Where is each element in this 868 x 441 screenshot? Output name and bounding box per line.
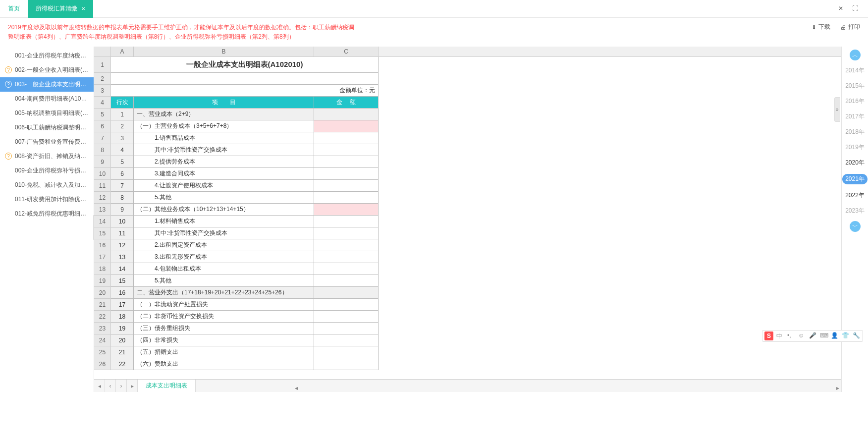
amount-cell[interactable] [314, 227, 379, 239]
row-header[interactable]: 5 [94, 109, 111, 120]
ime-lang-icon[interactable]: 中 [776, 332, 784, 340]
sheet-nav-prev[interactable]: ‹ [105, 380, 116, 392]
sidebar-item-11[interactable]: 012-减免所得税优惠明细表(... [0, 207, 94, 221]
grid-corner[interactable] [94, 47, 111, 56]
row-header[interactable]: 15 [94, 227, 111, 239]
amount-cell[interactable] [314, 192, 379, 204]
print-button[interactable]: 🖨 打印 [840, 23, 860, 31]
amount-cell[interactable] [314, 204, 379, 216]
sidebar-item-6[interactable]: 007-广告费和业务宣传费跨... [0, 135, 94, 149]
row-header[interactable]: 8 [94, 144, 111, 156]
row-header[interactable]: 9 [94, 156, 111, 168]
year-2021年[interactable]: 2021年 [842, 174, 868, 184]
year-2019年[interactable]: 2019年 [845, 143, 865, 152]
amount-cell[interactable] [314, 311, 379, 323]
row-header[interactable]: 25 [94, 346, 111, 358]
amount-cell[interactable] [314, 144, 379, 156]
row-header[interactable]: 13 [94, 204, 111, 216]
ime-skin-icon[interactable]: 👕 [842, 332, 850, 340]
horizontal-scrollbar[interactable]: ◂ ▸ [295, 383, 841, 389]
amount-cell[interactable] [314, 132, 379, 144]
year-2017年[interactable]: 2017年 [845, 112, 865, 121]
ime-keyboard-icon[interactable]: ⌨ [820, 332, 828, 340]
amount-cell[interactable] [314, 263, 379, 275]
row-header[interactable]: 4 [94, 97, 111, 109]
row-header[interactable]: 3 [94, 85, 111, 97]
sidebar-item-7[interactable]: ?008-资产折旧、摊销及纳税... [0, 149, 94, 164]
ime-sogou-icon[interactable]: S [764, 331, 773, 340]
row-header[interactable]: 21 [94, 299, 111, 311]
row-header[interactable]: 19 [94, 275, 111, 287]
year-2018年[interactable]: 2018年 [845, 128, 865, 136]
row-header[interactable]: 10 [94, 168, 111, 180]
row-header[interactable]: 26 [94, 358, 111, 370]
row-header[interactable]: 2 [94, 73, 111, 85]
amount-cell[interactable] [314, 180, 379, 192]
sheet-nav-next[interactable]: › [116, 380, 127, 392]
year-panel-expand-button[interactable]: » [834, 97, 840, 122]
sheet-nav-last[interactable]: ▸ [127, 380, 138, 392]
sidebar-item-2[interactable]: ?003-一般企业成本支出明细... [0, 77, 94, 92]
amount-cell[interactable] [314, 109, 379, 120]
row-header[interactable]: 1 [94, 57, 111, 73]
row-header[interactable]: 14 [94, 216, 111, 227]
amount-cell[interactable] [314, 334, 379, 346]
amount-cell[interactable] [314, 216, 379, 227]
close-icon[interactable]: ✕ [81, 6, 85, 11]
row-header[interactable]: 6 [94, 120, 111, 132]
row-header[interactable]: 20 [94, 287, 111, 299]
row-header[interactable]: 22 [94, 311, 111, 323]
tab-home[interactable]: 首页 [0, 0, 28, 18]
sidebar-item-0[interactable]: 001-企业所得税年度纳税申... [0, 49, 94, 63]
window-close-icon[interactable]: ✕ [838, 5, 846, 13]
sidebar-item-10[interactable]: 011-研发费用加计扣除优惠... [0, 192, 94, 207]
row-header[interactable]: 24 [94, 334, 111, 346]
ime-tool-icon[interactable]: 🔧 [853, 332, 861, 340]
scroll-right-icon[interactable]: ▸ [836, 385, 841, 389]
amount-cell[interactable] [314, 156, 379, 168]
scroll-up-icon[interactable]: ︿ [850, 50, 861, 60]
scroll-down-icon[interactable]: ﹀ [850, 221, 861, 232]
col-header-c[interactable]: C [314, 47, 379, 56]
ime-punct-icon[interactable]: •, [787, 332, 795, 340]
fullscreen-icon[interactable]: ⛶ [852, 5, 860, 13]
year-2014年[interactable]: 2014年 [845, 66, 865, 75]
sidebar-item-8[interactable]: 009-企业所得税弥补亏损明... [0, 164, 94, 178]
ime-emoji-icon[interactable]: ☺ [798, 332, 806, 340]
scroll-left-icon[interactable]: ◂ [295, 385, 300, 389]
ime-voice-icon[interactable]: 🎤 [809, 332, 817, 340]
row-header[interactable]: 12 [94, 192, 111, 204]
row-header[interactable]: 11 [94, 180, 111, 192]
tab-active[interactable]: 所得税汇算清缴 ✕ [28, 0, 93, 18]
amount-cell[interactable] [314, 299, 379, 311]
sheet-nav-first[interactable]: ◂ [94, 380, 105, 392]
year-2015年[interactable]: 2015年 [845, 82, 865, 90]
amount-cell[interactable] [314, 346, 379, 358]
amount-cell[interactable] [314, 239, 379, 251]
row-header[interactable]: 17 [94, 251, 111, 263]
year-2020年[interactable]: 2020年 [845, 159, 865, 167]
year-2022年[interactable]: 2022年 [845, 191, 865, 200]
ime-user-icon[interactable]: 👤 [831, 332, 839, 340]
amount-cell[interactable] [314, 120, 379, 132]
sidebar-item-3[interactable]: 004-期间费用明细表(A1040... [0, 92, 94, 106]
row-header[interactable]: 18 [94, 263, 111, 275]
download-button[interactable]: ⬇ 下载 [812, 23, 830, 31]
year-2016年[interactable]: 2016年 [845, 97, 865, 106]
row-header[interactable]: 16 [94, 239, 111, 251]
amount-cell[interactable] [314, 251, 379, 263]
row-header[interactable]: 23 [94, 323, 111, 334]
col-header-b[interactable]: B [134, 47, 314, 56]
amount-cell[interactable] [314, 323, 379, 334]
amount-cell[interactable] [314, 168, 379, 180]
amount-cell[interactable] [314, 275, 379, 287]
col-header-a[interactable]: A [111, 47, 134, 56]
sidebar-item-1[interactable]: ?002-一般企业收入明细表(A10... [0, 63, 94, 77]
sidebar-item-5[interactable]: 006-职工薪酬纳税调整明细... [0, 120, 94, 135]
amount-cell[interactable] [314, 287, 379, 299]
sidebar-item-9[interactable]: 010-免税、减计收入及加计... [0, 178, 94, 192]
amount-cell[interactable] [314, 358, 379, 370]
sidebar-item-4[interactable]: 005-纳税调整项目明细表(A... [0, 106, 94, 120]
sheet-tab[interactable]: 成本支出明细表 [138, 380, 196, 392]
row-header[interactable]: 7 [94, 132, 111, 144]
